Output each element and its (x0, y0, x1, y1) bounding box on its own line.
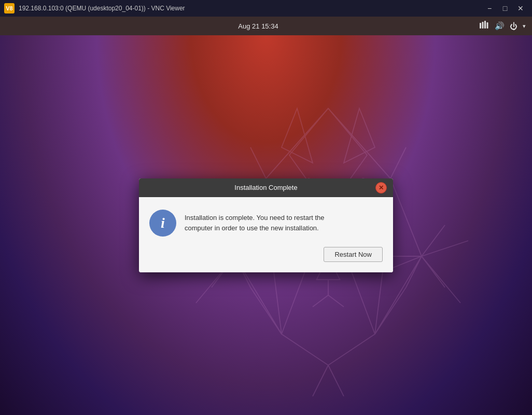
power-icon[interactable]: ⏻ (510, 22, 517, 31)
volume-icon[interactable]: 🔊 (495, 21, 505, 31)
dialog-title: Installation Complete (157, 184, 375, 191)
svg-rect-1 (482, 22, 484, 29)
toolbar-icons: 🔊 ⏻ ▾ (479, 21, 526, 32)
dropdown-icon[interactable]: ▾ (523, 23, 526, 30)
vnc-window: V8 192.168.0.103:0 (QEMU (udesktop20_04-… (0, 0, 532, 415)
vnc-titlebar: V8 192.168.0.103:0 (QEMU (udesktop20_04-… (0, 0, 532, 17)
dialog-actions: Restart Now (149, 245, 383, 262)
dialog-titlebar: Installation Complete ✕ (139, 178, 393, 197)
ubuntu-desktop: Installation Complete ✕ i Installation i… (0, 35, 532, 415)
vnc-title: 192.168.0.103:0 (QEMU (udesktop20_04-01)… (19, 5, 478, 12)
window-controls: − □ ✕ (482, 3, 528, 14)
network-icon[interactable] (479, 21, 489, 32)
ubuntu-toolbar: Aug 21 15:34 🔊 ⏻ ▾ (0, 17, 532, 35)
toolbar-datetime: Aug 21 15:34 (37, 22, 479, 30)
dialog-body: i Installation is complete. You need to … (139, 197, 393, 272)
vnc-logo: V8 (4, 3, 15, 13)
dialog-content: i Installation is complete. You need to … (149, 210, 383, 237)
info-icon: i (149, 210, 176, 237)
dialog-message: Installation is complete. You need to re… (185, 210, 325, 234)
minimize-button[interactable]: − (482, 3, 497, 14)
svg-rect-3 (487, 22, 488, 29)
dialog-overlay: Installation Complete ✕ i Installation i… (0, 35, 532, 415)
maximize-button[interactable]: □ (498, 3, 512, 14)
restart-now-button[interactable]: Restart Now (324, 247, 383, 262)
dialog-close-button[interactable]: ✕ (375, 182, 387, 193)
installation-complete-dialog: Installation Complete ✕ i Installation i… (139, 178, 393, 272)
svg-rect-0 (480, 23, 481, 29)
svg-rect-2 (484, 21, 486, 29)
close-button[interactable]: ✕ (513, 3, 528, 14)
